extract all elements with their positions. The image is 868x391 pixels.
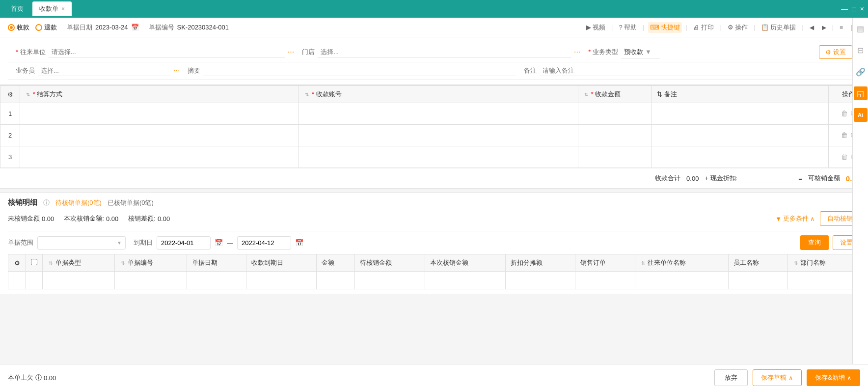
right-panel: ▤ ⊟ 🔗 ◱ Ai bbox=[852, 18, 868, 391]
row-3-settlement[interactable] bbox=[20, 146, 299, 168]
row-1-delete-icon[interactable]: 🗑 bbox=[841, 110, 848, 118]
counterpart-input[interactable] bbox=[49, 47, 285, 57]
radio-return[interactable]: 退款 bbox=[35, 23, 57, 32]
recon-info-icon[interactable]: ⓘ bbox=[43, 198, 50, 207]
discount-input[interactable] bbox=[743, 173, 792, 183]
filter-select[interactable] bbox=[37, 236, 126, 250]
date-to-input[interactable] bbox=[237, 236, 291, 250]
history-btn[interactable]: 📋 历史单据 bbox=[759, 22, 798, 33]
tab-home[interactable]: 首页 bbox=[4, 1, 30, 16]
save-new-btn[interactable]: 保存&新增 ∧ bbox=[807, 369, 860, 386]
tab-active[interactable]: 收款单 × bbox=[32, 1, 72, 16]
help-btn[interactable]: ? 帮助 bbox=[617, 22, 638, 33]
row-1-amount[interactable] bbox=[578, 103, 651, 125]
row-2-remarks[interactable] bbox=[651, 125, 828, 146]
row-2-account[interactable] bbox=[299, 125, 578, 146]
tab-bar: 首页 收款单 × — □ × bbox=[0, 0, 868, 18]
date-range-group: 到期日 📅 — 📅 bbox=[134, 236, 303, 250]
col-remarks-header: ⇅ 备注 bbox=[651, 86, 828, 103]
date-to-calendar-icon[interactable]: 📅 bbox=[295, 239, 303, 247]
row-3-delete-icon[interactable]: 🗑 bbox=[841, 153, 848, 161]
business-type-select[interactable]: 预收款 ▼ bbox=[621, 46, 660, 58]
query-btn[interactable]: 查询 bbox=[800, 235, 829, 250]
row-1-account[interactable] bbox=[299, 103, 578, 125]
current-value: 0.00 bbox=[44, 374, 56, 382]
row-3-amount[interactable] bbox=[578, 146, 651, 168]
row-2-settlement[interactable] bbox=[20, 125, 299, 146]
print-btn[interactable]: 🖨 打印 bbox=[691, 22, 716, 33]
remarks-input[interactable] bbox=[540, 65, 852, 76]
radio-receive[interactable]: 收款 bbox=[8, 23, 29, 32]
col-gear-header[interactable]: ⚙ bbox=[0, 86, 20, 103]
table-row: 2 🗑 ⧉ bbox=[0, 125, 868, 146]
right-panel-link-icon[interactable]: 🔗 bbox=[854, 65, 868, 79]
right-panel-table-icon[interactable]: ▤ bbox=[854, 22, 868, 35]
operations-btn[interactable]: ⚙ 操作 bbox=[726, 22, 750, 33]
summary-input[interactable] bbox=[203, 65, 516, 76]
top-actions: ▶ 视频 | ? 帮助 | ⌨ 快捷键 | 🖨 打印 | ⚙ 操作 bbox=[584, 22, 860, 33]
save-draft-dropdown-icon[interactable]: ∧ bbox=[788, 374, 793, 382]
tab-active-label: 收款单 bbox=[39, 4, 58, 13]
bottom-info-icon[interactable]: ⓘ bbox=[35, 373, 42, 382]
row-3-remarks[interactable] bbox=[651, 146, 828, 168]
row-1-settlement[interactable] bbox=[20, 103, 299, 125]
bottom-col-dept: ⇅ 部门名称 bbox=[787, 254, 860, 272]
window-controls: — □ × bbox=[841, 5, 864, 13]
bottom-col-checkbox[interactable] bbox=[26, 254, 43, 272]
right-panel-doc-icon[interactable]: ⊟ bbox=[854, 43, 868, 57]
settings-label: 设置 bbox=[833, 48, 846, 56]
settings-gear-icon: ⚙ bbox=[825, 49, 831, 56]
calendar-icon[interactable]: 📅 bbox=[131, 24, 139, 31]
ai-button[interactable]: Ai bbox=[854, 108, 868, 122]
summary-group: 摘要 bbox=[188, 65, 516, 76]
select-all-checkbox[interactable] bbox=[31, 259, 37, 265]
window-max-btn[interactable]: □ bbox=[852, 5, 856, 13]
tab-done[interactable]: 已核销单据(0笔) bbox=[108, 198, 154, 207]
salesperson-more-icon[interactable]: ··· bbox=[173, 66, 180, 75]
row-1-remarks[interactable] bbox=[651, 103, 828, 125]
row-2-delete-icon[interactable]: 🗑 bbox=[841, 131, 848, 140]
radio-return-dot bbox=[35, 24, 42, 31]
row-2-amount[interactable] bbox=[578, 125, 651, 146]
doc-number-field: 单据编号 SK-20230324-001 bbox=[149, 23, 229, 32]
store-more-icon[interactable]: ··· bbox=[574, 48, 580, 56]
shortcut-btn[interactable]: ⌨ 快捷键 bbox=[648, 22, 682, 33]
chevron-up-icon: ∧ bbox=[810, 215, 815, 223]
view-list-btn[interactable]: ≡ bbox=[838, 23, 845, 32]
right-panel-expand-icon[interactable]: ◱ bbox=[854, 86, 868, 100]
save-new-dropdown-icon[interactable]: ∧ bbox=[847, 374, 852, 382]
video-btn[interactable]: ▶ 视频 bbox=[584, 22, 607, 33]
row-3-account[interactable] bbox=[299, 146, 578, 168]
bottom-bar: 本单上欠 ⓘ 0.00 放弃 保存草稿 ∧ 保存&新增 ∧ bbox=[0, 364, 868, 391]
date-from-calendar-icon[interactable]: 📅 bbox=[215, 239, 223, 247]
window-min-btn[interactable]: — bbox=[841, 5, 848, 13]
store-input[interactable] bbox=[318, 47, 571, 57]
counterpart-label: 往来单位 bbox=[16, 48, 46, 56]
total-label: 收款合计 bbox=[655, 174, 680, 183]
nav-prev-btn[interactable]: ◀ bbox=[808, 23, 816, 32]
data-table: ⚙ ⇅ 结算方式 ⇅ 收款账号 ⇅ 收款金额 ⇅ bbox=[0, 85, 868, 168]
bottom-col-gear[interactable]: ⚙ bbox=[8, 254, 26, 272]
settings-button[interactable]: ⚙ 设置 bbox=[819, 45, 852, 59]
window-close-btn[interactable]: × bbox=[860, 5, 864, 13]
save-draft-btn[interactable]: 保存草稿 ∧ bbox=[753, 369, 802, 386]
doc-number-value: SK-20230324-001 bbox=[177, 24, 229, 31]
tab-close-icon[interactable]: × bbox=[61, 5, 65, 12]
salesperson-input[interactable] bbox=[38, 65, 170, 76]
counterpart-more-icon[interactable]: ··· bbox=[288, 48, 294, 56]
diff-stat: 核销差额: 0.00 bbox=[128, 214, 170, 223]
abandon-btn[interactable]: 放弃 bbox=[714, 369, 748, 386]
date-from-input[interactable] bbox=[157, 236, 211, 250]
uncancelled-value: 0.00 bbox=[42, 215, 54, 223]
tab-pending[interactable]: 待核销单据(0笔) bbox=[55, 198, 102, 207]
bottom-stat: 本单上欠 ⓘ 0.00 bbox=[8, 373, 56, 382]
current-value: 0.00 bbox=[106, 215, 118, 223]
nav-next-btn[interactable]: ▶ bbox=[820, 23, 828, 32]
summary-label: 摘要 bbox=[188, 66, 200, 75]
col-account-header: ⇅ 收款账号 bbox=[299, 86, 578, 103]
radio-receive-dot bbox=[8, 24, 15, 31]
bottom-col-receive-date: 收款到期日 bbox=[246, 254, 317, 272]
more-conditions-btn[interactable]: ▼ 更多条件 ∧ bbox=[775, 214, 815, 223]
current-label: 本次核销金额: bbox=[64, 214, 104, 223]
col-amount-header: ⇅ 收款金额 bbox=[578, 86, 651, 103]
